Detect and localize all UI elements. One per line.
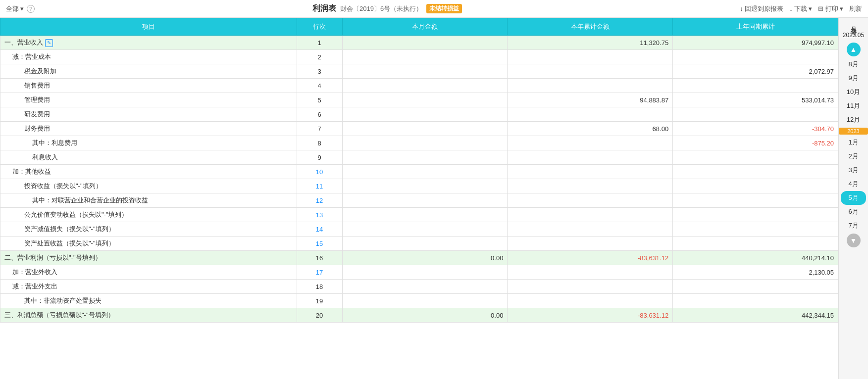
month-item[interactable]: 1月 [839, 136, 868, 149]
report-table: 项目 行次 本月金额 本年累计金额 上年同期累计 一、营业收入✎111,320.… [0, 18, 838, 323]
year-amount [508, 237, 673, 251]
row-item-name: 公允价值变动收益（损失以"-"填列） [0, 208, 297, 222]
table-row: 税金及附加32,072.97 [0, 64, 838, 79]
scroll-up-btn[interactable]: ▲ [847, 43, 861, 56]
row-number: 15 [297, 237, 342, 251]
header-row: 行次 [297, 18, 342, 36]
row-item-name: 减：营业外支出 [0, 280, 297, 294]
prev-year-amount [673, 50, 838, 64]
month-list: 8月9月10月11月12月20231月2月3月4月5月6月7月 [839, 57, 868, 233]
row-number: 3 [297, 64, 342, 79]
table-row: 利息收入9 [0, 150, 838, 165]
month-item[interactable]: 4月 [839, 177, 868, 191]
sidebar-title: 月份选择 [848, 20, 859, 28]
prev-year-amount: 2,072.97 [673, 64, 838, 79]
month-item[interactable]: 2月 [839, 149, 868, 163]
row-number: 8 [297, 136, 342, 150]
scope-label: 全部 [6, 4, 19, 13]
year-amount [508, 150, 673, 165]
row-number: 4 [297, 79, 342, 93]
table-row: 资产减值损失（损失以"-"填列）14 [0, 222, 838, 237]
row-number: 9 [297, 150, 342, 165]
month-amount [342, 79, 508, 93]
row-item-name: 减：营业成本 [0, 50, 297, 64]
row-number: 2 [297, 50, 342, 64]
scope-dropdown[interactable]: 全部 ▾ [6, 4, 24, 13]
top-bar-right: ↓ 回退到原报表 ↓ 下载▾ ⊟ 打印▾ 刷新 [740, 4, 862, 13]
month-amount [342, 107, 508, 122]
prev-year-amount [673, 208, 838, 222]
month-item[interactable]: 11月 [839, 99, 868, 113]
month-item[interactable]: 10月 [839, 85, 868, 99]
download-btn[interactable]: ↓ 下载▾ [789, 4, 812, 13]
row-number: 17 [297, 265, 342, 280]
row-number: 1 [297, 36, 342, 50]
year-amount: 94,883.87 [508, 93, 673, 107]
refresh-btn[interactable]: 刷新 [849, 4, 862, 13]
row-item-name: 管理费用 [0, 93, 297, 107]
month-item[interactable]: 7月 [839, 219, 868, 233]
row-number: 18 [297, 280, 342, 294]
year-amount: -83,631.12 [508, 251, 673, 265]
row-item-name: 一、营业收入✎ [0, 36, 297, 50]
current-date: 2023.05 [843, 30, 864, 41]
table-row: 其中：对联营企业和合营企业的投资收益12 [0, 193, 838, 208]
month-amount [342, 93, 508, 107]
table-row: 加：营业外收入172,130.05 [0, 265, 838, 280]
row-item-name: 利息收入 [0, 150, 297, 165]
table-row: 加：其他收益10 [0, 165, 838, 179]
year-amount [508, 265, 673, 280]
row-number: 5 [297, 93, 342, 107]
year-amount [508, 165, 673, 179]
row-number: 11 [297, 179, 342, 193]
status-badge[interactable]: 未结转损益 [426, 4, 462, 13]
prev-year-amount [673, 150, 838, 165]
year-amount [508, 50, 673, 64]
prev-year-amount: 2,130.05 [673, 265, 838, 280]
month-item[interactable]: 12月 [839, 113, 868, 127]
table-row: 销售费用4 [0, 79, 838, 93]
prev-year-amount: 440,214.10 [673, 251, 838, 265]
month-item[interactable]: 9月 [839, 71, 868, 85]
year-amount [508, 280, 673, 294]
table-area: 项目 行次 本月金额 本年累计金额 上年同期累计 一、营业收入✎111,320.… [0, 18, 838, 379]
month-amount [342, 208, 508, 222]
month-amount [342, 179, 508, 193]
print-btn[interactable]: ⊟ 打印▾ [818, 4, 843, 13]
prev-year-amount [673, 107, 838, 122]
month-item[interactable]: 6月 [839, 205, 868, 219]
right-sidebar: 月份选择 2023.05 ▲ 8月9月10月11月12月20231月2月3月4月… [838, 18, 868, 379]
prev-year-amount: -875.20 [673, 136, 838, 150]
row-item-name: 三、利润总额（亏损总额以"-"号填列） [0, 308, 297, 323]
year-amount: -83,631.12 [508, 308, 673, 323]
row-item-name: 资产处置收益（损失以"-"填列） [0, 237, 297, 251]
edit-icon[interactable]: ✎ [45, 39, 53, 47]
month-item[interactable]: 5月 [841, 191, 866, 205]
row-number: 16 [297, 251, 342, 265]
row-number: 12 [297, 193, 342, 208]
help-icon[interactable]: ? [27, 5, 35, 13]
scroll-down-btn[interactable]: ▼ [847, 234, 861, 247]
month-amount [342, 122, 508, 136]
year-amount [508, 222, 673, 237]
month-item[interactable]: 8月 [839, 57, 868, 71]
prev-year-amount: 974,997.10 [673, 36, 838, 50]
month-item[interactable]: 3月 [839, 163, 868, 177]
table-row: 一、营业收入✎111,320.75974,997.10 [0, 36, 838, 50]
prev-year-amount [673, 280, 838, 294]
month-amount: 0.00 [342, 308, 508, 323]
row-item-name: 资产减值损失（损失以"-"填列） [0, 222, 297, 237]
table-row: 公允价值变动收益（损失以"-"填列）13 [0, 208, 838, 222]
row-item-name: 其中：对联营企业和合营企业的投资收益 [0, 193, 297, 208]
table-row: 三、利润总额（亏损总额以"-"号填列）200.00-83,631.12442,3… [0, 308, 838, 323]
report-title: 利润表 [312, 3, 336, 14]
month-amount [342, 36, 508, 50]
prev-year-amount [673, 79, 838, 93]
header-year: 本年累计金额 [508, 18, 673, 36]
back-btn[interactable]: ↓ 回退到原报表 [740, 4, 783, 13]
month-amount [342, 237, 508, 251]
top-bar-center: 利润表 财会〔2019〕6号（未执行） 未结转损益 [312, 3, 462, 14]
row-item-name: 研发费用 [0, 107, 297, 122]
row-item-name: 其中：非流动资产处置损失 [0, 294, 297, 308]
row-number: 20 [297, 308, 342, 323]
